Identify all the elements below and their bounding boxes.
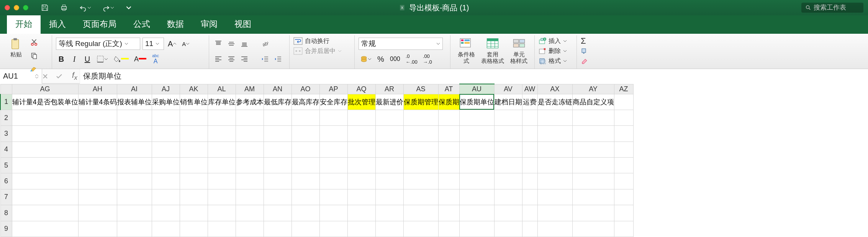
cell-AJ2[interactable]	[152, 110, 180, 125]
select-all-corner[interactable]	[0, 84, 12, 94]
cell-AQ5[interactable]	[347, 158, 375, 173]
cell-AH6[interactable]	[78, 173, 117, 189]
cell-AZ7[interactable]	[614, 189, 633, 205]
cell-AH8[interactable]	[78, 205, 117, 221]
column-header-AO[interactable]: AO	[292, 84, 319, 94]
decrease-decimal-button[interactable]: .00→.0	[421, 53, 434, 65]
cell-AQ7[interactable]	[347, 189, 375, 205]
insert-cells-button[interactable]: 插入	[539, 36, 573, 46]
row-header-7[interactable]: 7	[0, 189, 12, 205]
row-header-6[interactable]: 6	[0, 173, 12, 189]
cell-AI4[interactable]	[117, 142, 152, 157]
cell-AZ6[interactable]	[614, 173, 633, 189]
cell-AT4[interactable]	[438, 142, 459, 157]
row-header-5[interactable]: 5	[0, 158, 12, 173]
column-header-AL[interactable]: AL	[208, 84, 236, 94]
cell-AL9[interactable]	[208, 221, 236, 237]
cell-AV2[interactable]	[494, 110, 522, 125]
redo-button[interactable]	[100, 2, 116, 13]
cell-AK7[interactable]	[180, 189, 208, 205]
row-header-9[interactable]: 9	[0, 221, 12, 237]
spreadsheet-grid[interactable]: AGAHAIAJAKALAMANAOAPAQARASATAUAVAWAXAYAZ…	[0, 84, 868, 237]
cell-AN8[interactable]	[264, 205, 292, 221]
cell-AX1[interactable]: 是否走冻链	[537, 94, 572, 110]
underline-button[interactable]: U	[82, 53, 93, 65]
column-header-AP[interactable]: AP	[319, 84, 347, 94]
undo-button[interactable]	[77, 2, 93, 13]
cell-AV8[interactable]	[494, 205, 522, 221]
cell-AP1[interactable]: 安全库存	[319, 94, 347, 110]
cell-AK6[interactable]	[180, 173, 208, 189]
close-window-button[interactable]	[5, 5, 10, 10]
row-header-4[interactable]: 4	[0, 142, 12, 157]
row-header-2[interactable]: 2	[0, 110, 12, 125]
cell-AI5[interactable]	[117, 158, 152, 173]
decrease-indent-button[interactable]	[260, 53, 270, 65]
cell-AK8[interactable]	[180, 205, 208, 221]
cell-AW4[interactable]	[522, 142, 537, 157]
cell-AJ8[interactable]	[152, 205, 180, 221]
phonetic-button[interactable]: abcA	[150, 53, 161, 65]
cell-AS2[interactable]	[403, 110, 438, 125]
align-top-button[interactable]	[213, 38, 224, 49]
cell-AV3[interactable]	[494, 126, 522, 142]
cell-AW9[interactable]	[522, 221, 537, 237]
cell-AX9[interactable]	[537, 221, 572, 237]
comma-button[interactable]: 000	[388, 53, 402, 65]
delete-cells-button[interactable]: 删除	[539, 46, 573, 56]
column-header-AT[interactable]: AT	[438, 84, 459, 94]
cell-AN1[interactable]: 最低库存	[264, 94, 292, 110]
cell-AN5[interactable]	[264, 158, 292, 173]
save-button[interactable]	[39, 2, 51, 13]
cell-AK5[interactable]	[180, 158, 208, 173]
increase-indent-button[interactable]	[273, 53, 283, 65]
cell-AS5[interactable]	[403, 158, 438, 173]
cell-AK3[interactable]	[180, 126, 208, 142]
row-header-3[interactable]: 3	[0, 126, 12, 142]
increase-font-button[interactable]: A	[166, 38, 178, 49]
percent-button[interactable]: %	[375, 53, 386, 65]
cell-AY8[interactable]	[572, 205, 614, 221]
cell-AO2[interactable]	[292, 110, 319, 125]
align-left-button[interactable]	[213, 53, 224, 65]
cell-AZ3[interactable]	[614, 126, 633, 142]
cut-button[interactable]	[28, 37, 40, 48]
cell-AZ5[interactable]	[614, 158, 633, 173]
cell-AV5[interactable]	[494, 158, 522, 173]
cell-AG8[interactable]	[12, 205, 78, 221]
cell-AX7[interactable]	[537, 189, 572, 205]
cell-AT7[interactable]	[438, 189, 459, 205]
cell-AT1[interactable]: 保质期	[438, 94, 459, 110]
orientation-button[interactable]: ab	[260, 38, 271, 49]
column-header-AY[interactable]: AY	[572, 84, 614, 94]
search-input[interactable]	[814, 4, 860, 12]
cell-AS8[interactable]	[403, 205, 438, 221]
cell-AZ9[interactable]	[614, 221, 633, 237]
cell-AS4[interactable]	[403, 142, 438, 157]
cell-AR6[interactable]	[375, 173, 403, 189]
copy-button[interactable]	[28, 50, 40, 61]
tab-review[interactable]: 审阅	[192, 15, 226, 34]
number-format-combo[interactable]: 常规	[359, 38, 443, 50]
cell-AR5[interactable]	[375, 158, 403, 173]
cell-AT3[interactable]	[438, 126, 459, 142]
tab-home[interactable]: 开始	[7, 15, 41, 34]
column-header-AW[interactable]: AW	[522, 84, 537, 94]
tab-view[interactable]: 视图	[226, 15, 260, 34]
cell-AT5[interactable]	[438, 158, 459, 173]
cell-AP6[interactable]	[319, 173, 347, 189]
align-center-button[interactable]	[226, 53, 237, 65]
column-header-AX[interactable]: AX	[537, 84, 572, 94]
cell-AU7[interactable]	[459, 189, 494, 205]
cell-AQ4[interactable]	[347, 142, 375, 157]
cell-AL3[interactable]	[208, 126, 236, 142]
cell-AP5[interactable]	[319, 158, 347, 173]
cell-AW1[interactable]: 运费	[522, 94, 537, 110]
cell-AN4[interactable]	[264, 142, 292, 157]
cell-AL4[interactable]	[208, 142, 236, 157]
cell-AK9[interactable]	[180, 221, 208, 237]
cell-AG1[interactable]: 辅计量4是否包装单位	[12, 94, 78, 110]
cell-AJ7[interactable]	[152, 189, 180, 205]
cell-AJ5[interactable]	[152, 158, 180, 173]
cell-AI1[interactable]: 报表辅单位	[117, 94, 152, 110]
